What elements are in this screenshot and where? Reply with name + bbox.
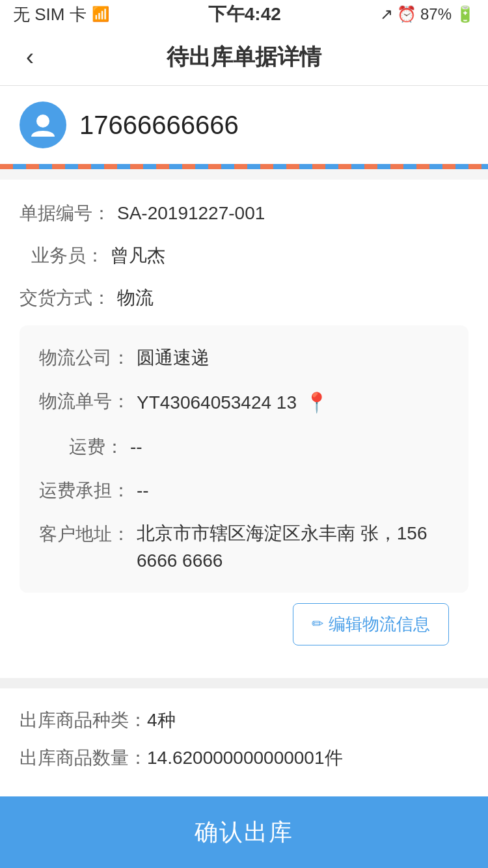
goods-types-row: 出库商品种类： 4种	[20, 708, 468, 733]
edit-logistics-button[interactable]: ✏ 编辑物流信息	[293, 603, 449, 645]
section-divider	[0, 678, 488, 688]
goods-types-label: 出库商品种类：	[20, 708, 147, 733]
logistics-company-value: 圆通速递	[137, 344, 449, 373]
address-value: 北京市市辖区海淀区永丰南 张，156 6666 6666	[137, 520, 449, 575]
customer-phone: 17666666666	[79, 111, 239, 140]
delivery-row: 交货方式： 物流	[20, 284, 468, 313]
tracking-number: YT43064053424 13	[137, 388, 297, 418]
goods-quantity-row: 出库商品数量： 14.620000000000001件	[20, 746, 468, 770]
order-no-row: 单据编号： SA-20191227-001	[20, 199, 468, 228]
goods-section: 出库商品种类： 4种 出库商品数量： 14.620000000000001件	[0, 688, 488, 790]
logistics-company-row: 物流公司： 圆通速递	[39, 344, 449, 373]
status-bar: 无 SIM 卡 📶 下午4:42 ↗ ⏰ 87% 🔋	[0, 0, 488, 29]
delivery-label: 交货方式：	[20, 284, 117, 313]
edit-logistics-label: 编辑物流信息	[329, 613, 430, 636]
salesman-row: 业务员： 曾凡杰	[20, 241, 468, 271]
nav-bar: ‹ 待出库单据详情	[0, 29, 488, 86]
bearer-value: --	[137, 476, 449, 506]
status-left: 无 SIM 卡 📶	[13, 3, 109, 26]
status-time: 下午4:42	[208, 2, 281, 27]
carrier-label: 无 SIM 卡	[13, 3, 87, 26]
freight-value: --	[130, 433, 449, 462]
battery-icon: 🔋	[455, 5, 475, 23]
avatar-icon	[29, 111, 57, 139]
confirm-button-bar[interactable]: 确认出库	[0, 796, 488, 868]
address-label: 客户地址：	[39, 520, 137, 549]
location-status-icon: ↗	[380, 5, 393, 23]
edit-logistics-btn-wrap: ✏ 编辑物流信息	[20, 603, 468, 658]
salesman-value: 曾凡杰	[111, 241, 468, 271]
battery-label: 87%	[420, 5, 452, 23]
confirm-btn-text: 确认出库	[195, 817, 293, 848]
customer-header: 17666666666	[0, 86, 488, 164]
address-row: 客户地址： 北京市市辖区海淀区永丰南 张，156 6666 6666	[39, 520, 449, 575]
tracking-label: 物流单号：	[39, 387, 137, 416]
tracking-value: YT43064053424 13 📍	[137, 387, 449, 418]
delivery-value: 物流	[117, 284, 468, 313]
order-info-section: 单据编号： SA-20191227-001 业务员： 曾凡杰 交货方式： 物流 …	[0, 180, 488, 678]
order-no-value: SA-20191227-001	[117, 199, 468, 228]
svg-point-0	[36, 115, 49, 128]
avatar	[20, 102, 66, 148]
tracking-location-icon[interactable]: 📍	[305, 387, 329, 418]
goods-types-value: 4种	[147, 708, 176, 733]
goods-quantity-value: 14.620000000000001件	[147, 746, 343, 770]
tracking-row: 物流单号： YT43064053424 13 📍	[39, 387, 449, 418]
logistics-company-label: 物流公司：	[39, 344, 137, 373]
order-no-label: 单据编号：	[20, 199, 117, 228]
edit-icon: ✏	[312, 616, 323, 632]
dashed-divider	[0, 164, 488, 169]
freight-label: 运费：	[39, 433, 130, 462]
salesman-label: 业务员：	[20, 241, 111, 271]
page-title: 待出库单据详情	[167, 42, 321, 72]
logistics-card: 物流公司： 圆通速递 物流单号： YT43064053424 13 📍 运费： …	[20, 325, 468, 592]
goods-quantity-label: 出库商品数量：	[20, 746, 147, 770]
alarm-icon: ⏰	[397, 5, 416, 23]
freight-row: 运费： --	[39, 433, 449, 462]
wifi-icon: 📶	[92, 6, 109, 23]
bearer-label: 运费承担：	[39, 476, 137, 506]
status-right: ↗ ⏰ 87% 🔋	[380, 5, 475, 23]
back-button[interactable]: ‹	[20, 37, 40, 77]
bearer-row: 运费承担： --	[39, 476, 449, 506]
